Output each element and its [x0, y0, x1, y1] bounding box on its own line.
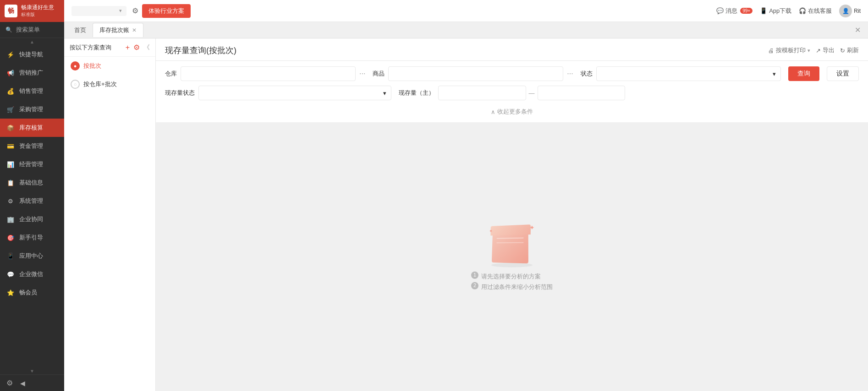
- sidebar-item-finance[interactable]: 💳 资金管理: [0, 137, 64, 155]
- tip-text-2: 用过滤条件来缩小分析范围: [481, 282, 553, 292]
- scroll-up-btn[interactable]: ▲: [0, 38, 64, 45]
- tip-num-1: 1: [471, 272, 478, 279]
- stock-status-select[interactable]: ▾: [198, 86, 391, 100]
- status-filter: 状态 ▾: [581, 66, 781, 81]
- warehouse-more-icon[interactable]: ···: [359, 70, 365, 78]
- system-icon: ⚙: [6, 197, 15, 205]
- collapse-conditions-btn[interactable]: ∧ 收起更多条件: [165, 105, 859, 117]
- print-label: 按模板打印: [776, 46, 806, 54]
- sidebar-header: 畅 畅康通好生意 标准版: [0, 0, 64, 22]
- sidebar-search[interactable]: 🔍 搜索菜单: [0, 22, 64, 38]
- finance-icon: 💳: [6, 142, 15, 150]
- status-select[interactable]: ▾: [596, 66, 781, 81]
- add-plan-icon[interactable]: +: [126, 43, 130, 52]
- warehouse-input[interactable]: [181, 66, 356, 81]
- filter-row-1: 仓库 ··· 商品 ··· 状态 ▾: [165, 66, 859, 81]
- print-icon: 🖨: [768, 47, 774, 54]
- tab-batch-account[interactable]: 库存批次账 ✕: [93, 23, 143, 37]
- status-dropdown-icon: ▾: [773, 71, 776, 77]
- stock-qty-filter: 现存量（主） —: [399, 86, 625, 100]
- stock-qty-min-input[interactable]: [438, 86, 526, 100]
- scroll-down-icon: ▼: [30, 369, 34, 374]
- app-download-label: App下载: [769, 7, 791, 15]
- sidebar-item-label: 畅会员: [19, 288, 37, 297]
- sidebar-item-quick-nav[interactable]: ⚡ 快捷导航: [0, 45, 64, 64]
- sidebar-item-label: 经营管理: [19, 160, 43, 168]
- inventory-icon: 📦: [6, 124, 15, 132]
- sidebar-item-enterprise[interactable]: 🏢 企业协同: [0, 210, 64, 228]
- sidebar-item-sales[interactable]: 💰 销售管理: [0, 82, 64, 100]
- sidebar-item-app-center[interactable]: 📱 应用中心: [0, 247, 64, 265]
- sidebar-settings-icon[interactable]: ⚙: [6, 379, 13, 387]
- app-subtitle: 标准版: [21, 11, 54, 18]
- sidebar-item-wechat[interactable]: 💬 企业微信: [0, 265, 64, 283]
- export-btn[interactable]: ↗ 导出: [816, 46, 835, 54]
- stock-qty-sep: —: [529, 90, 535, 97]
- app-center-icon: 📱: [6, 252, 15, 260]
- left-panel-actions: + ⚙ 《: [126, 43, 150, 52]
- print-dropdown-icon[interactable]: ▾: [808, 48, 810, 54]
- message-label: 消息: [725, 7, 737, 15]
- newbie-icon: 🎯: [6, 234, 15, 242]
- app-download-icon: 📱: [760, 7, 767, 14]
- stock-status-label: 现存量状态: [165, 89, 195, 97]
- topbar-dropdown-icon[interactable]: ▾: [119, 8, 122, 14]
- plan-item-by-batch[interactable]: ● 按批次: [64, 57, 155, 75]
- page-actions: 🖨 按模板打印 ▾ ↗ 导出 ↻ 刷新: [768, 46, 859, 54]
- sidebar-item-operations[interactable]: 📊 经营管理: [0, 155, 64, 174]
- plan-item-by-warehouse-batch[interactable]: ○ 按仓库+批次: [64, 75, 155, 93]
- topbar: ▾ ⚙ 体验行业方案 💬 消息 99+ 📱 App下载 🎧 在线客服 👤: [64, 0, 868, 22]
- tab-home[interactable]: 首页: [68, 23, 93, 37]
- left-panel-header: 按以下方案查询 + ⚙ 《: [64, 38, 155, 57]
- stock-qty-max-input[interactable]: [538, 86, 626, 100]
- scroll-down-btn[interactable]: ▼: [0, 367, 64, 375]
- filter-row-2: 现存量状态 ▾ 现存量（主） —: [165, 86, 859, 100]
- print-template-btn[interactable]: 🖨 按模板打印 ▾: [768, 46, 810, 54]
- stock-status-filter: 现存量状态 ▾: [165, 86, 391, 100]
- user-area[interactable]: 👤 Rit: [839, 5, 861, 17]
- page-header: 现存量查询(按批次) 🖨 按模板打印 ▾ ↗ 导出 ↻ 刷新: [156, 38, 868, 61]
- sidebar-item-purchase[interactable]: 🛒 采购管理: [0, 100, 64, 119]
- refresh-label: 刷新: [847, 46, 859, 54]
- online-service-btn[interactable]: 🎧 在线客服: [799, 7, 832, 15]
- online-service-icon: 🎧: [799, 7, 806, 14]
- empty-tips: 1 请先选择要分析的方案 2 用过滤条件来缩小分析范围: [471, 271, 553, 293]
- refresh-icon: ↻: [840, 47, 845, 54]
- topbar-gear-icon[interactable]: ⚙: [132, 6, 138, 15]
- product-input[interactable]: [388, 66, 563, 81]
- app-download-btn[interactable]: 📱 App下载: [760, 7, 791, 15]
- sidebar-item-newbie[interactable]: 🎯 新手引导: [0, 228, 64, 247]
- sidebar-item-label: 基础信息: [19, 179, 43, 187]
- trial-btn[interactable]: 体验行业方案: [142, 4, 191, 18]
- tip-item-2: 2 用过滤条件来缩小分析范围: [471, 282, 553, 292]
- sidebar-search-label: 搜索菜单: [16, 26, 40, 34]
- product-more-icon[interactable]: ···: [567, 70, 573, 78]
- sidebar-item-inventory[interactable]: 📦 库存核算: [0, 119, 64, 137]
- query-btn[interactable]: 查询: [788, 66, 819, 81]
- empty-illustration: ✦ ✦: [487, 222, 537, 267]
- sidebar-item-label: 系统管理: [19, 197, 43, 205]
- sidebar-collapse-icon[interactable]: ◀: [20, 380, 25, 387]
- scroll-up-icon: ▲: [30, 39, 34, 44]
- sidebar-item-basic[interactable]: 📋 基础信息: [0, 174, 64, 192]
- panel-close-btn[interactable]: ✕: [851, 26, 864, 34]
- user-avatar: 👤: [839, 5, 852, 17]
- tab-close-icon[interactable]: ✕: [132, 27, 137, 33]
- message-btn[interactable]: 💬 消息 99+: [716, 7, 753, 15]
- refresh-btn[interactable]: ↻ 刷新: [840, 46, 859, 54]
- topbar-search-input[interactable]: [76, 8, 117, 14]
- sidebar-item-member[interactable]: ⭐ 畅会员: [0, 283, 64, 302]
- tip-item-1: 1 请先选择要分析的方案: [471, 271, 553, 282]
- collapse-panel-icon[interactable]: 《: [143, 43, 150, 52]
- settings-plan-icon[interactable]: ⚙: [133, 43, 140, 52]
- left-panel: 按以下方案查询 + ⚙ 《 ● 按批次 ○ 按仓库+批次: [64, 38, 156, 391]
- content-area: 按以下方案查询 + ⚙ 《 ● 按批次 ○ 按仓库+批次 现存量查询(按批次): [64, 38, 868, 391]
- collapse-icon: ∧: [491, 109, 495, 115]
- sidebar-item-system[interactable]: ⚙ 系统管理: [0, 192, 64, 210]
- empty-state: ✦ ✦ 1 请先选择要分析的方案 2 用过滤条件来缩小分析范围: [156, 123, 868, 391]
- settings-btn[interactable]: 设置: [827, 66, 859, 81]
- filter-area: 仓库 ··· 商品 ··· 状态 ▾: [156, 61, 868, 123]
- sidebar-item-marketing[interactable]: 📢 营销推广: [0, 64, 64, 82]
- tab-batch-label: 库存批次账: [99, 26, 129, 34]
- tip-text-1: 请先选择要分析的方案: [481, 271, 541, 282]
